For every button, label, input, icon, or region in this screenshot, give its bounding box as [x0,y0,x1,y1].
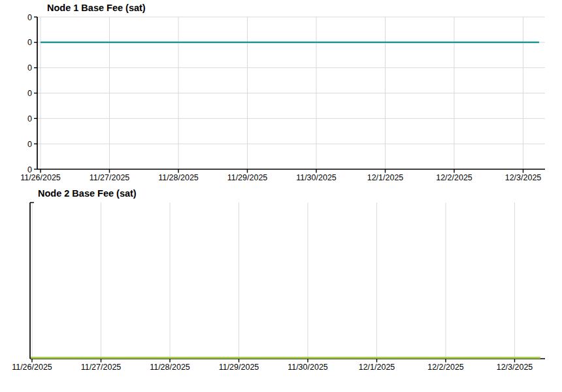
x-tick-label: 11/26/2025 [12,363,52,372]
y-tick-label: 0 [27,38,32,47]
y-tick-label: 0 [27,114,32,123]
x-tick-label: 11/30/2025 [296,173,337,182]
y-tick-label: 0 [27,13,32,22]
x-tick-label: 12/3/2025 [497,363,533,372]
x-tick-label: 11/28/2025 [150,363,190,372]
x-tick-label: 11/29/2025 [219,363,259,372]
x-tick-label: 12/3/2025 [505,173,542,182]
x-tick-label: 12/1/2025 [367,173,404,182]
x-tick-label: 11/27/2025 [81,363,122,372]
x-tick-label: 12/1/2025 [359,363,395,372]
x-tick-label: 11/28/2025 [158,173,199,182]
x-tick-label: 12/2/2025 [436,173,472,182]
dual-chart-panel: 11/26/202511/27/202511/28/202511/29/2025… [0,0,562,392]
y-tick-label: 0 [27,140,32,149]
x-tick-label: 12/2/2025 [427,363,464,372]
y-tick-label: 0 [27,165,32,174]
y-tick-label: 0 [27,89,32,98]
chart-node1-plot: 11/26/202511/27/202511/28/202511/29/2025… [20,13,545,182]
x-tick-label: 11/30/2025 [288,363,328,372]
chart-node1-title: Node 1 Base Fee (sat) [47,3,146,13]
x-tick-label: 11/27/2025 [90,173,130,182]
x-tick-label: 11/26/2025 [20,173,61,182]
chart-node2-title: Node 2 Base Fee (sat) [38,188,137,199]
x-tick-label: 11/29/2025 [227,173,268,182]
y-tick-label: 0 [27,63,32,73]
chart-node2-plot: 11/26/202511/27/202511/28/202511/29/2025… [12,203,545,372]
